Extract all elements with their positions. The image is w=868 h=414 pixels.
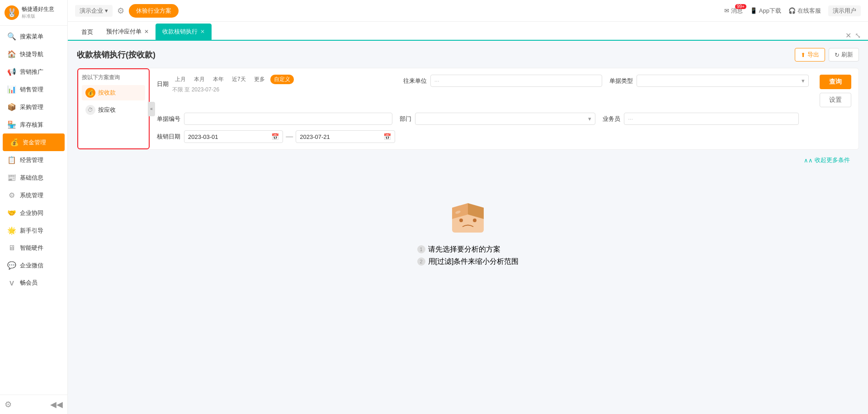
company-dropdown-icon: ▾ (105, 7, 108, 14)
settings-bottom-icon[interactable]: ⚙ (5, 400, 12, 409)
filter-sidebar: 按以下方案查询 💰 按收款 ⏱ 按应收 « (77, 68, 150, 149)
date-btn-more[interactable]: 更多 (251, 75, 268, 84)
date-btn-last-month[interactable]: 上月 (172, 75, 189, 84)
date-label: 日期 (157, 80, 169, 88)
filter-option-by-receivable[interactable]: ⏱ 按应收 (82, 102, 145, 118)
newspaper-icon: 📰 (7, 173, 16, 182)
settings-button[interactable]: 设置 (820, 93, 851, 107)
dept-select[interactable]: ▾ (415, 113, 596, 125)
date-btn-7days[interactable]: 近7天 (229, 75, 249, 84)
tab-home[interactable]: 首页 (75, 24, 99, 40)
sidebar-label-inventory: 库存核算 (20, 121, 43, 129)
filter-option-receipt-label: 按收款 (98, 89, 116, 97)
sidebar-item-system[interactable]: ⚙ 系统管理 (0, 186, 67, 204)
sidebar-label-quicknav: 快捷导航 (20, 50, 43, 58)
header-left: 演示企业 ▾ ⚙ 休验行业方案 (75, 4, 179, 18)
sidebar-item-finance[interactable]: 💰 资金管理 (3, 133, 65, 151)
top-header: 演示企业 ▾ ⚙ 休验行业方案 ✉ 消息 99+ 📱 App下载 🎧 在线客服 … (68, 0, 868, 22)
verify-date-start-field[interactable]: 2023-03-01 📅 (184, 130, 283, 143)
message-badge: 99+ (735, 4, 746, 9)
refresh-button[interactable]: ↻ 刷新 (829, 48, 859, 62)
tab-receivable-writeoff[interactable]: 收款核销执行 ✕ (156, 24, 212, 40)
tab-close-all-icon[interactable]: ✕ (845, 31, 851, 40)
industry-solution-button[interactable]: 休验行业方案 (129, 4, 179, 18)
empty-svg (441, 194, 495, 239)
sidebar-item-inventory[interactable]: 🏪 库存核算 (0, 116, 67, 133)
query-button[interactable]: 查询 (820, 75, 851, 89)
voucher-no-field: 单据编号 (157, 113, 392, 125)
header-gear-icon[interactable]: ⚙ (117, 6, 124, 16)
sidebar-item-purchase[interactable]: 📦 采购管理 (0, 98, 67, 116)
verify-date-field: 核销日期 2023-03-01 📅 — 2023-07-21 📅 (157, 130, 395, 143)
tab-receivable-writeoff-close[interactable]: ✕ (200, 29, 205, 35)
message-button[interactable]: ✉ 消息 99+ (724, 7, 743, 15)
partner-input[interactable]: ··· (430, 75, 603, 87)
voucher-no-label: 单据编号 (157, 115, 180, 123)
sidebar-item-basic[interactable]: 📰 基础信息 (0, 169, 67, 186)
sidebar-item-guide[interactable]: 🌟 新手引导 (0, 222, 67, 239)
date-btn-this-year[interactable]: 本年 (210, 75, 226, 84)
tab-prepayment[interactable]: 预付冲应付单 ✕ (99, 24, 156, 40)
employee-input[interactable]: ··· (624, 113, 799, 125)
sidebar-item-hardware[interactable]: 🖥 智能硬件 (0, 239, 67, 257)
sidebar-item-marketing[interactable]: 📢 营销推广 (0, 63, 67, 81)
verify-date-end-field[interactable]: 2023-07-21 📅 (296, 130, 395, 143)
refresh-icon: ↻ (835, 52, 840, 58)
app-label: App下载 (759, 7, 781, 15)
collapse-more-row[interactable]: ∧∧ 收起更多条件 (77, 153, 859, 167)
dept-label: 部门 (400, 115, 411, 123)
empty-step-2: 2 用[过滤]条件来缩小分析范围 (417, 257, 519, 266)
sidebar-item-sales[interactable]: 📊 销售管理 (0, 81, 67, 98)
verify-date-start-text: 2023-03-01 (188, 133, 269, 140)
sidebar-item-member[interactable]: V 畅会员 (0, 274, 67, 291)
sidebar-item-quicknav[interactable]: 🏠 快捷导航 (0, 45, 67, 63)
collapse-sidebar-icon[interactable]: ◀◀ (50, 400, 63, 409)
company-selector[interactable]: 演示企业 ▾ (75, 5, 113, 17)
step-num-2: 2 (417, 257, 425, 266)
filter-sidebar-title: 按以下方案查询 (82, 74, 145, 81)
verify-date-range: 2023-03-01 📅 — 2023-07-21 📅 (184, 130, 395, 143)
sidebar-item-management[interactable]: 📋 经营管理 (0, 151, 67, 169)
verify-date-start-calendar-icon[interactable]: 📅 (271, 133, 279, 140)
verify-date-end-calendar-icon[interactable]: 📅 (383, 133, 391, 140)
empty-illustration (441, 194, 495, 239)
receipt-icon: 💰 (85, 88, 95, 98)
member-icon: V (7, 279, 16, 287)
svg-point-3 (459, 219, 463, 222)
sidebar-label-purchase: 采购管理 (20, 103, 43, 111)
partner-label: 往来单位 (403, 77, 427, 85)
online-service-button[interactable]: 🎧 在线客服 (788, 7, 821, 15)
page-title: 收款核销执行(按收款) (77, 49, 156, 60)
home-icon: 🏠 (7, 50, 16, 58)
tab-expand-icon[interactable]: ⤡ (855, 31, 861, 40)
dept-field: 部门 ▾ (400, 113, 596, 125)
date-btn-this-month[interactable]: 本月 (191, 75, 208, 84)
sidebar-item-collab[interactable]: 🤝 企业协同 (0, 204, 67, 222)
date-no-limit-text: 不限 至 2023-07-26 (172, 86, 396, 94)
sidebar-label-guide: 新手引导 (20, 227, 43, 235)
voucher-no-input[interactable] (184, 113, 392, 125)
collapse-more-label: 收起更多条件 (815, 156, 850, 164)
page-title-bar: 收款核销执行(按收款) ⬆ 导出 ↻ 刷新 (77, 48, 859, 62)
date-btn-custom[interactable]: 自定义 (270, 75, 294, 84)
filter-option-by-receipt[interactable]: 💰 按收款 (82, 85, 145, 100)
app-download-button[interactable]: 📱 App下载 (750, 7, 781, 15)
date-dash: — (286, 133, 293, 141)
filter-sidebar-collapse[interactable]: « (148, 102, 155, 116)
logo-text: 畅捷通好生意 (22, 6, 54, 13)
user-info[interactable]: 演示用户 (828, 5, 861, 16)
sidebar-nav: 🔍 搜索菜单 🏠 快捷导航 📢 营销推广 📊 销售管理 📦 采购管理 🏪 库存核… (0, 26, 67, 395)
wechat-icon: 💬 (7, 261, 16, 270)
megaphone-icon: 📢 (7, 67, 16, 76)
date-quick-buttons: 上月 本月 本年 近7天 更多 自定义 (172, 75, 396, 84)
verify-date-label: 核销日期 (157, 133, 180, 141)
filter-form: 日期 上月 本月 本年 近7天 更多 自定义 不限 至 2023-07-26 (150, 68, 859, 149)
sidebar-item-wechat[interactable]: 💬 企业微信 (0, 257, 67, 274)
export-button[interactable]: ⬆ 导出 (795, 48, 825, 62)
empty-state: 1 请先选择要分析的方案 2 用[过滤]条件来缩小分析范围 (77, 167, 859, 294)
voucher-type-select[interactable]: ▾ (637, 75, 809, 87)
export-icon: ⬆ (801, 52, 806, 58)
app-icon: 📱 (750, 7, 757, 14)
tab-prepayment-close[interactable]: ✕ (144, 29, 149, 35)
sidebar-item-search[interactable]: 🔍 搜索菜单 (0, 28, 67, 45)
